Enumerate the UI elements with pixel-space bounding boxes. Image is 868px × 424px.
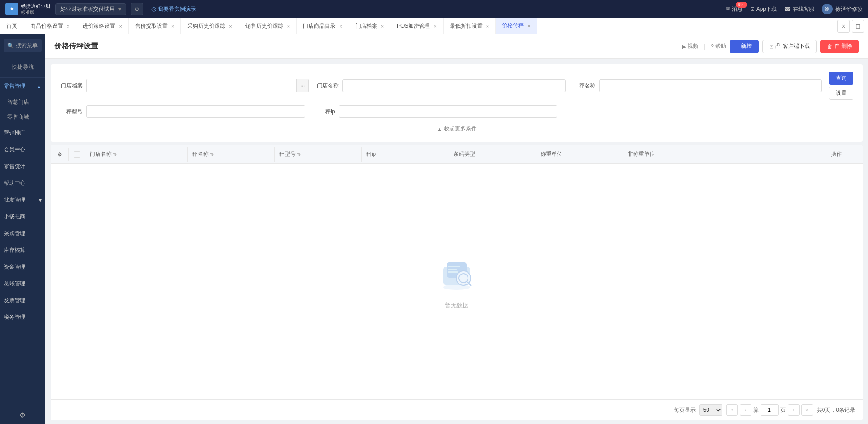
app-version: 标准版 bbox=[21, 10, 51, 15]
sidebar-item-retail-mgmt[interactable]: 零售管理 ▲ bbox=[0, 78, 45, 95]
select-all-checkbox[interactable] bbox=[74, 151, 80, 158]
sidebar-item-tax-mgmt[interactable]: 税务管理 bbox=[0, 309, 45, 326]
store-file-ellipsis-button[interactable]: ··· bbox=[296, 79, 308, 92]
topbar-settings-button[interactable]: ⚙ bbox=[131, 3, 143, 15]
th-settings[interactable]: ⚙ bbox=[51, 148, 69, 161]
search-button[interactable]: 查询 bbox=[829, 72, 853, 85]
tab-close-icon[interactable]: × bbox=[287, 24, 290, 29]
sort-icon[interactable]: ⇅ bbox=[297, 152, 301, 157]
sidebar-item-member-center[interactable]: 会员中心 bbox=[0, 141, 45, 158]
tab-store-catalog[interactable]: 门店商品目录 × bbox=[297, 18, 349, 34]
sidebar-item-retail-stats[interactable]: 零售统计 bbox=[0, 158, 45, 175]
tab-purchase-history-label: 采购历史价跟踪 bbox=[187, 22, 225, 30]
gear-icon: ⚙ bbox=[134, 6, 140, 13]
sidebar-item-label: 零售管理 bbox=[4, 82, 25, 90]
quick-nav-button[interactable]: 快捷导航 bbox=[0, 61, 45, 74]
th-non-weight-unit: 非称重单位 bbox=[623, 147, 826, 162]
last-page-icon: » bbox=[805, 407, 809, 413]
page-input[interactable] bbox=[761, 404, 779, 416]
scale-ip-input[interactable] bbox=[339, 105, 558, 118]
app-download-button[interactable]: ⊡ App下载 bbox=[750, 5, 777, 13]
sidebar-item-inventory[interactable]: 库存核算 bbox=[0, 242, 45, 259]
sidebar-item-marketing[interactable]: 营销推广 bbox=[0, 125, 45, 141]
scale-model-input[interactable] bbox=[86, 105, 305, 118]
demo-link[interactable]: ◎ 我要看实例演示 bbox=[151, 5, 196, 13]
sidebar-item-mini-ecom[interactable]: 小畅电商 bbox=[0, 208, 45, 225]
search-menu-button[interactable]: 🔍 搜索菜单 bbox=[4, 39, 42, 52]
th-checkbox[interactable] bbox=[69, 148, 85, 161]
tab-store-files[interactable]: 门店档案 × bbox=[349, 18, 390, 34]
delete-button[interactable]: 🗑 自 删除 bbox=[820, 40, 859, 53]
last-page-button[interactable]: » bbox=[801, 404, 813, 416]
tab-close-icon[interactable]: × bbox=[171, 24, 174, 29]
total-info: 共0页，0条记录 bbox=[817, 406, 855, 414]
th-action: 操作 bbox=[826, 147, 863, 162]
app-selector[interactable]: 好业财标准版交付试用 ▾ bbox=[55, 3, 126, 15]
tab-price-scale[interactable]: 价格传秤 × bbox=[496, 18, 537, 34]
sidebar-item-help-center[interactable]: 帮助中心 bbox=[0, 175, 45, 192]
tab-close-icon[interactable]: × bbox=[67, 24, 69, 29]
tab-sale-history[interactable]: 销售历史价跟踪 × bbox=[239, 18, 297, 34]
settings-form-button[interactable]: 设置 bbox=[829, 87, 853, 100]
page-header: 价格传秤设置 ▶ 视频 | ? 帮助 + 新增 ⊡ 凸 客户端下载 bbox=[45, 34, 868, 59]
scale-name-input[interactable] bbox=[599, 79, 822, 92]
collapse-button[interactable]: ▲ 收起更多条件 bbox=[437, 125, 477, 133]
sidebar-item-invoice-mgmt[interactable]: 发票管理 bbox=[0, 292, 45, 309]
tab-close-icon[interactable]: × bbox=[381, 24, 384, 29]
sidebar-item-label: 帮助中心 bbox=[4, 179, 25, 187]
tab-close-icon[interactable]: × bbox=[434, 24, 436, 29]
sidebar-quick-nav: 快捷导航 bbox=[0, 57, 45, 78]
tab-min-discount[interactable]: 最低折扣设置 × bbox=[444, 18, 496, 34]
tab-pos-management[interactable]: POS加密管理 × bbox=[390, 18, 444, 34]
tab-close-icon[interactable]: × bbox=[229, 24, 232, 29]
sidebar-item-general-ledger[interactable]: 总账管理 bbox=[0, 275, 45, 292]
tab-purchase-history[interactable]: 采购历史价跟踪 × bbox=[181, 18, 239, 34]
divider: | bbox=[704, 43, 705, 50]
close-tab-button[interactable]: × bbox=[837, 20, 850, 33]
download-icon: ⊡ bbox=[750, 6, 755, 12]
tab-purchase-strategy[interactable]: 进价策略设置 × bbox=[76, 18, 128, 34]
tab-sale-price[interactable]: 售价提取设置 × bbox=[129, 18, 181, 34]
maximize-tab-button[interactable]: ⊡ bbox=[852, 20, 864, 33]
download-client-button[interactable]: ⊡ 凸 客户端下载 bbox=[762, 40, 816, 53]
online-service-button[interactable]: ☎ 在线客服 bbox=[784, 5, 814, 13]
sidebar-item-wholesale-mgmt[interactable]: 批发管理 ▾ bbox=[0, 192, 45, 208]
pagination: 每页显示 50 10 20 100 « ‹ 算 页 bbox=[51, 399, 863, 420]
sort-icon[interactable]: ⇅ bbox=[210, 152, 214, 157]
add-label: + 新增 bbox=[736, 43, 752, 50]
messages-button[interactable]: ✉ 消息 99+ bbox=[726, 5, 743, 13]
sidebar-item-label: 零售统计 bbox=[4, 163, 25, 170]
store-name-input[interactable] bbox=[342, 79, 565, 92]
settings-icon: ⚙ bbox=[57, 151, 62, 158]
tab-close-icon[interactable]: × bbox=[527, 23, 530, 29]
page-unit: 页 bbox=[780, 406, 786, 414]
help-link[interactable]: ? 帮助 bbox=[711, 43, 726, 50]
avatar-initials: 徐 bbox=[825, 6, 829, 12]
tab-min-discount-label: 最低折扣设置 bbox=[450, 22, 483, 30]
sidebar-item-purchase-mgmt[interactable]: 采购管理 bbox=[0, 225, 45, 242]
sort-icon[interactable]: ⇅ bbox=[113, 152, 117, 157]
tab-close-icon[interactable]: × bbox=[119, 24, 122, 29]
sidebar-item-label: 会员中心 bbox=[4, 146, 25, 154]
store-file-input[interactable] bbox=[87, 79, 296, 92]
sidebar-item-finance-mgmt[interactable]: 资金管理 bbox=[0, 259, 45, 275]
user-name: 徐泽华修改 bbox=[835, 5, 863, 13]
sidebar-item-smart-store[interactable]: 智慧门店 bbox=[0, 95, 45, 110]
next-page-button[interactable]: › bbox=[788, 404, 800, 416]
prev-page-button[interactable]: ‹ bbox=[740, 404, 751, 416]
tab-close-icon[interactable]: × bbox=[339, 24, 342, 29]
scale-name-label: 秤名称 bbox=[573, 82, 595, 90]
add-button[interactable]: + 新增 bbox=[730, 40, 759, 53]
sidebar-settings-button[interactable]: ⚙ bbox=[20, 411, 26, 419]
sidebar-item-retail-mall[interactable]: 零售商城 bbox=[0, 110, 45, 125]
search-row-1: 门店档案 ··· 门店名称 秤名称 查询 bbox=[60, 72, 853, 100]
sidebar-item-label: 发票管理 bbox=[4, 297, 25, 304]
tab-home[interactable]: 首页 bbox=[0, 18, 24, 34]
video-link[interactable]: ▶ 视频 bbox=[682, 43, 698, 50]
first-page-button[interactable]: « bbox=[726, 404, 738, 416]
online-service-label: 在线客服 bbox=[793, 5, 814, 13]
user-area[interactable]: 徐 徐泽华修改 bbox=[822, 4, 863, 14]
per-page-select[interactable]: 50 10 20 100 bbox=[699, 404, 722, 416]
tab-price-settings[interactable]: 商品价格设置 × bbox=[24, 18, 76, 34]
tab-close-icon[interactable]: × bbox=[486, 24, 489, 29]
